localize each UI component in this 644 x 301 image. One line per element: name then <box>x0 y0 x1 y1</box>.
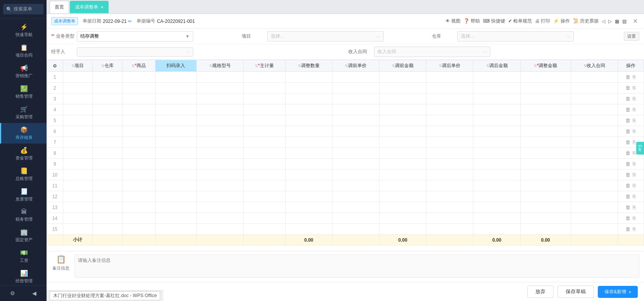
cell-row14-post_price[interactable] <box>426 213 473 224</box>
cell-row10-goods[interactable] <box>122 170 155 180</box>
doc-action-shortcut[interactable]: ⌨ 快捷键 <box>483 18 505 24</box>
col-header-adj_amount[interactable]: ⇅*调整金额 <box>520 60 571 72</box>
cell-row2-goods[interactable] <box>122 83 155 93</box>
cell-row5-pre_amount[interactable] <box>379 115 426 126</box>
cell-row15-adj_qty[interactable] <box>285 224 332 235</box>
cell-row4-spec[interactable] <box>197 104 244 115</box>
col-header-scan[interactable]: 扫码录入 <box>155 60 196 72</box>
sort-icon-spec[interactable]: ⇅ <box>209 64 212 68</box>
cell-row14-unit[interactable] <box>244 213 286 224</box>
cell-row10-adj_qty[interactable] <box>285 170 332 180</box>
cell-row8-warehouse[interactable] <box>93 148 122 159</box>
cell-row3-unit[interactable] <box>244 93 286 104</box>
cell-row6-project[interactable] <box>63 126 92 137</box>
sidebar-item-sales-promo[interactable]: 📢 营销推广 <box>0 61 47 82</box>
settings-icon[interactable]: ⚙ <box>9 289 17 298</box>
cell-row15-pre_amount[interactable] <box>379 224 426 235</box>
cell-row6-adj_amount[interactable] <box>520 126 571 137</box>
delete-icon-11[interactable]: 🗑 <box>625 183 630 189</box>
cell-row11-income_contract[interactable] <box>571 180 618 191</box>
cell-row9-project[interactable] <box>63 159 92 170</box>
cell-row8-project[interactable] <box>63 148 92 159</box>
cell-row14-post_amount[interactable] <box>473 213 520 224</box>
cell-row2-adj_qty[interactable] <box>285 83 332 93</box>
cell-row3-goods[interactable] <box>122 93 155 104</box>
cell-row1-adj_qty[interactable] <box>285 72 332 83</box>
gear-icon[interactable]: ⚙ <box>53 63 57 69</box>
cell-row4-post_price[interactable] <box>426 104 473 115</box>
cell-row9-gear[interactable]: 9 <box>47 159 63 170</box>
sidebar-item-payroll[interactable]: 💵 工资 <box>0 246 47 266</box>
cell-row5-post_amount[interactable] <box>473 115 520 126</box>
cell-row4-scan[interactable] <box>155 104 196 115</box>
cell-row10-action[interactable]: 🗑⎘ <box>618 170 644 180</box>
copy-icon-3[interactable]: ⎘ <box>633 96 636 102</box>
close-button[interactable]: ✕ <box>631 17 639 25</box>
delete-icon-8[interactable]: 🗑 <box>625 150 630 156</box>
cell-row11-spec[interactable] <box>197 180 244 191</box>
cell-row11-post_amount[interactable] <box>473 180 520 191</box>
cell-row4-adj_qty[interactable] <box>285 104 332 115</box>
doc-action-view[interactable]: 👁 视图 <box>445 18 460 24</box>
cell-row5-adj_qty[interactable] <box>285 115 332 126</box>
copy-icon-15[interactable]: ⎘ <box>633 226 636 232</box>
cell-row15-gear[interactable]: 15 <box>47 224 63 235</box>
cell-row9-income_contract[interactable] <box>571 159 618 170</box>
doc-action-history[interactable]: 📜 历史票据 <box>573 18 599 24</box>
business-type-select[interactable]: 结存调整 ▼ <box>77 31 193 42</box>
doc-action-print[interactable]: 🖨 打印 <box>535 18 550 24</box>
col-header-post_amount[interactable]: ⇅调后金额 <box>473 60 520 72</box>
cell-row15-scan[interactable] <box>155 224 196 235</box>
cell-row7-goods[interactable] <box>122 137 155 148</box>
cell-row1-unit[interactable] <box>244 72 286 83</box>
sidebar-item-quick-nav[interactable]: ⚡ 快速导航 <box>0 20 47 41</box>
copy-icon-8[interactable]: ⎘ <box>633 150 636 156</box>
cell-row11-gear[interactable]: 11 <box>47 180 63 191</box>
cell-row11-adj_qty[interactable] <box>285 180 332 191</box>
cell-row14-spec[interactable] <box>197 213 244 224</box>
cell-row14-adj_amount[interactable] <box>520 213 571 224</box>
cell-row4-unit[interactable] <box>244 104 286 115</box>
cell-row1-project[interactable] <box>63 72 92 83</box>
cell-row2-gear[interactable]: 2 <box>47 83 63 93</box>
delete-icon-4[interactable]: 🗑 <box>625 107 630 112</box>
cell-row14-income_contract[interactable] <box>571 213 618 224</box>
cell-row8-adj_qty[interactable] <box>285 148 332 159</box>
cell-row1-gear[interactable]: 1 <box>47 72 63 83</box>
sort-icon-pre_price[interactable]: ⇅ <box>345 64 348 68</box>
sort-icon-adj_amount[interactable]: ⇅ <box>534 64 537 68</box>
cell-row15-adj_amount[interactable] <box>520 224 571 235</box>
cell-row3-pre_price[interactable] <box>332 93 379 104</box>
cell-row3-post_price[interactable] <box>426 93 473 104</box>
cell-row8-post_amount[interactable] <box>473 148 520 159</box>
cell-row4-project[interactable] <box>63 104 92 115</box>
cell-row1-goods[interactable] <box>122 72 155 83</box>
cell-row11-project[interactable] <box>63 180 92 191</box>
sidebar-item-ops-mgmt[interactable]: 📊 经营管理 <box>0 266 47 285</box>
warehouse-input[interactable]: 选择... ··· <box>457 31 574 42</box>
wps-bar-item[interactable]: 木门行业好业财处理方案-墓红红.doc - WPS Office <box>50 291 160 300</box>
cell-row5-gear[interactable]: 5 <box>47 115 63 126</box>
cell-row9-goods[interactable] <box>122 159 155 170</box>
cell-row12-post_amount[interactable] <box>473 191 520 202</box>
col-header-income_contract[interactable]: ⇅收入合同 <box>571 60 618 72</box>
cell-row1-pre_amount[interactable] <box>379 72 426 83</box>
tab-close-cost-adjust[interactable]: ✕ <box>100 5 104 9</box>
cell-row8-adj_amount[interactable] <box>520 148 571 159</box>
cell-row14-warehouse[interactable] <box>93 213 122 224</box>
cell-row14-action[interactable]: 🗑⎘ <box>618 213 644 224</box>
sidebar-item-invoice[interactable]: 🧾 发票管理 <box>0 185 47 205</box>
cell-row6-post_amount[interactable] <box>473 126 520 137</box>
sort-icon-income_contract[interactable]: ⇅ <box>583 64 587 68</box>
cell-row5-post_price[interactable] <box>426 115 473 126</box>
cell-row6-goods[interactable] <box>122 126 155 137</box>
cell-row6-gear[interactable]: 6 <box>47 126 63 137</box>
copy-icon-4[interactable]: ⎘ <box>633 107 636 112</box>
col-header-post_price[interactable]: ⇅调后单价 <box>426 60 473 72</box>
sort-icon-pre_amount[interactable]: ⇅ <box>392 64 395 68</box>
cell-row2-post_amount[interactable] <box>473 83 520 93</box>
cell-row4-adj_amount[interactable] <box>520 104 571 115</box>
sort-icon-post_price[interactable]: ⇅ <box>439 64 442 68</box>
sidebar-item-ledger[interactable]: 📒 总账管理 <box>0 164 47 185</box>
cell-row8-unit[interactable] <box>244 148 286 159</box>
